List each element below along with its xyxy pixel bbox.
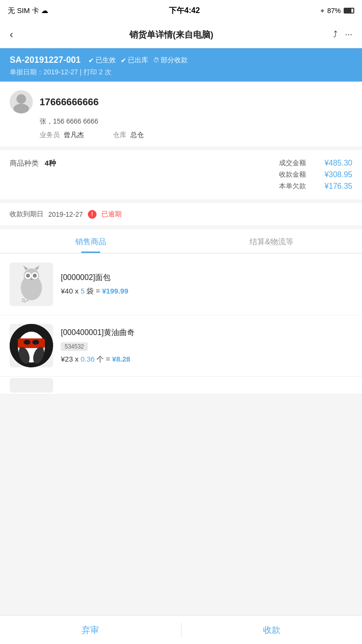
status-left: 无 SIM 卡 ☁ [8, 6, 48, 15]
due-date-section: 收款到期日 2019-12-27 ! 已逾期 [0, 203, 362, 225]
receipt-value: ¥308.95 [314, 170, 352, 179]
salesperson-value: 曾凡杰 [64, 131, 84, 139]
svg-point-17 [32, 340, 39, 345]
svg-point-0 [16, 94, 26, 104]
tab-sales-products[interactable]: 销售商品 [0, 229, 181, 253]
more-icon[interactable]: ··· [345, 29, 352, 40]
status-effective: ✔ 已生效 [88, 56, 116, 65]
price-eq-1: = [96, 287, 102, 295]
price-total-2: ¥8.28 [112, 355, 130, 363]
customer-meta: 业务员 曾凡杰 仓库 总仓 [10, 131, 352, 140]
warehouse-value: 总仓 [130, 131, 144, 139]
svg-point-9 [26, 274, 30, 278]
due-date-label: 收款到期日 [10, 210, 43, 219]
debt-amount-row: 本单欠款 ¥176.35 [279, 182, 352, 191]
bottom-action-bar: 弃审 收款 [0, 615, 362, 644]
customer-section: 17666666666 张，156 6666 6666 业务员 曾凡杰 仓库 总… [0, 82, 362, 146]
svg-point-16 [24, 340, 30, 345]
ninja-thumb [10, 324, 53, 367]
price-unit-1: 袋 [86, 287, 94, 295]
sim-status: 无 SIM 卡 ☁ [8, 6, 48, 15]
tab-settlement-logistics[interactable]: 结算&物流等 [181, 229, 362, 253]
svg-rect-15 [18, 338, 45, 348]
overdue-icon: ! [88, 210, 97, 219]
product-type-item: 商品种类 4种 [10, 159, 56, 168]
price-x-1: x [75, 287, 81, 295]
price-total-1: ¥199.99 [102, 287, 128, 295]
receipt-amount-row: 收款金额 ¥308.95 [279, 170, 352, 179]
deal-label: 成交金额 [279, 159, 306, 168]
check-icon-2: ✔ [121, 56, 126, 64]
battery-bar [344, 8, 354, 14]
cancel-review-button[interactable]: 弃审 [0, 616, 181, 644]
stats-right: 成交金额 ¥485.30 收款金额 ¥308.95 本单欠款 ¥176.35 [279, 159, 352, 191]
order-status-tags: ✔ 已生效 ✔ 已出库 ⏱ 部分收款 [88, 56, 188, 65]
price-base-2: ¥23 [61, 355, 73, 363]
warehouse-item: 仓库 总仓 [113, 131, 144, 140]
product-item-2: [000400001]黄油曲奇 534532 ¥23 x 0.36 个 = ¥8… [0, 315, 362, 377]
warehouse-label: 仓库 [113, 131, 126, 139]
product-name-1: [0000002]面包 [61, 273, 352, 283]
status-bar: 无 SIM 卡 ☁ 下午4:42 ⌖ 87% [0, 0, 362, 21]
debt-value: ¥176.35 [314, 182, 352, 191]
product-name-2: [000400001]黄油曲奇 [61, 328, 352, 338]
back-button[interactable]: ‹ [10, 28, 29, 41]
order-number: SA-20191227-001 [10, 55, 81, 65]
price-qty-2: 0.36 [81, 355, 95, 363]
status-right: ⌖ 87% [320, 7, 354, 15]
stats-left: 商品种类 4种 [10, 159, 56, 168]
avatar-svg [10, 90, 33, 113]
share-icon[interactable]: ⤴ [333, 29, 337, 40]
product-price-2: ¥23 x 0.36 个 = ¥8.28 [61, 355, 352, 364]
status-time: 下午4:42 [169, 6, 200, 16]
salesperson-item: 业务员 曾凡杰 [40, 131, 84, 140]
product-thumb-1: 鸟+ [10, 263, 53, 306]
price-qty-1: 5 [81, 287, 84, 295]
price-x-2: x [75, 355, 81, 363]
check-icon-1: ✔ [88, 56, 94, 64]
debt-label: 本单欠款 [279, 182, 306, 191]
collect-payment-button[interactable]: 收款 [181, 616, 362, 644]
price-base-1: ¥40 [61, 287, 73, 295]
price-eq-2: = [106, 355, 112, 363]
order-header-banner: SA-20191227-001 ✔ 已生效 ✔ 已出库 ⏱ 部分收款 单据日期：… [0, 48, 362, 82]
status-partial-payment: ⏱ 部分收款 [153, 56, 188, 65]
customer-phone: 17666666666 [40, 97, 98, 108]
deal-amount-row: 成交金额 ¥485.30 [279, 159, 352, 168]
svg-text:鸟+: 鸟+ [21, 298, 29, 303]
svg-point-10 [33, 274, 37, 278]
avatar [10, 90, 33, 113]
nav-actions: ⤴ ··· [314, 29, 352, 40]
due-date-value: 2019-12-27 [48, 210, 83, 218]
product-thumb-3 [10, 378, 53, 392]
price-unit-2: 个 [97, 355, 104, 363]
product-type-value: 4种 [45, 159, 56, 167]
product-tag-2: 534532 [61, 342, 88, 351]
battery-icon: ⌖ [320, 7, 324, 15]
battery-percent: 87% [327, 7, 341, 14]
owl-thumb-svg: 鸟+ [10, 263, 53, 306]
product-thumb-2 [10, 324, 53, 367]
ninja-svg [10, 324, 53, 367]
clock-icon: ⏱ [153, 56, 159, 64]
product-info-2: [000400001]黄油曲奇 534532 ¥23 x 0.36 个 = ¥8… [61, 328, 352, 364]
products-section: 鸟+ [0000002]面包 ¥40 x 5 袋 = ¥199.99 [0, 254, 362, 394]
product-item-1: 鸟+ [0000002]面包 ¥40 x 5 袋 = ¥199.99 [0, 254, 362, 315]
receipt-label: 收款金额 [279, 170, 306, 179]
salesperson-label: 业务员 [40, 131, 60, 139]
deal-value: ¥485.30 [314, 159, 352, 168]
product-price-1: ¥40 x 5 袋 = ¥199.99 [61, 287, 352, 296]
stats-section: 商品种类 4种 成交金额 ¥485.30 收款金额 ¥308.95 本单欠款 ¥… [0, 150, 362, 199]
status-shipped: ✔ 已出库 [121, 56, 148, 65]
tabs-section: 销售商品 结算&物流等 [0, 229, 362, 253]
page-title: 销货单详情(来自电脑) [29, 29, 314, 41]
product-info-1: [0000002]面包 ¥40 x 5 袋 = ¥199.99 [61, 273, 352, 296]
overdue-text: 已逾期 [101, 210, 122, 219]
svg-point-1 [14, 104, 29, 113]
customer-name-detail: 张，156 6666 6666 [10, 117, 352, 126]
order-date: 单据日期：2019-12-27 | 打印 2 次 [10, 68, 352, 77]
product-type-label: 商品种类 [10, 159, 39, 167]
product-item-3-partial [0, 377, 362, 394]
nav-bar: ‹ 销货单详情(来自电脑) ⤴ ··· [0, 21, 362, 48]
